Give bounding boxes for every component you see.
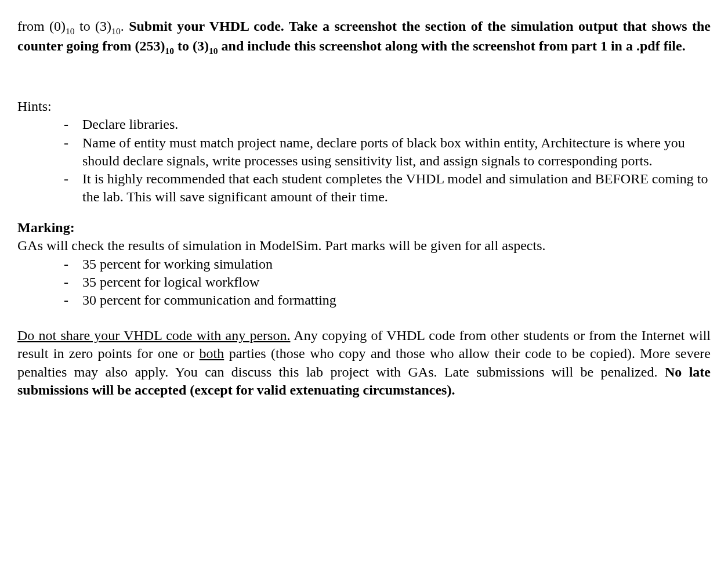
hints-list: Declare libraries. Name of entity must m…: [17, 115, 711, 206]
intro-paragraph: from (0)10 to (3)10. Submit your VHDL co…: [17, 17, 711, 57]
intro-sub1: 10: [66, 26, 75, 36]
marking-section: Marking: GAs will check the results of s…: [17, 219, 711, 309]
intro-period: .: [121, 19, 129, 34]
policy-underline-2: both: [200, 346, 224, 361]
hints-section: Hints: Declare libraries. Name of entity…: [17, 97, 711, 206]
list-item: 35 percent for working simulation: [64, 255, 711, 273]
hints-label: Hints:: [17, 97, 711, 115]
list-item: 30 percent for communication and formatt…: [64, 291, 711, 309]
policy-paragraph: Do not share your VHDL code with any per…: [17, 327, 711, 399]
intro-to: to (3): [75, 19, 111, 34]
marking-intro: GAs will check the results of simulation…: [17, 237, 711, 255]
list-item: It is highly recommended that each stude…: [64, 170, 711, 206]
list-item: Name of entity must match project name, …: [64, 134, 711, 170]
intro-bold-sub1: 10: [165, 46, 174, 56]
marking-heading: Marking:: [17, 219, 711, 237]
intro-bold-mid: to (3): [174, 38, 209, 53]
intro-from: from (0): [17, 19, 66, 34]
intro-sub2: 10: [111, 26, 121, 36]
list-item: 35 percent for logical workflow: [64, 273, 711, 291]
list-item: Declare libraries.: [64, 115, 711, 133]
marking-list: 35 percent for working simulation 35 per…: [17, 255, 711, 310]
intro-bold-sub2: 10: [209, 46, 218, 56]
intro-bold-tail: and include this screenshot along with t…: [218, 38, 686, 53]
policy-underline-1: Do not share your VHDL code with any per…: [17, 328, 290, 343]
